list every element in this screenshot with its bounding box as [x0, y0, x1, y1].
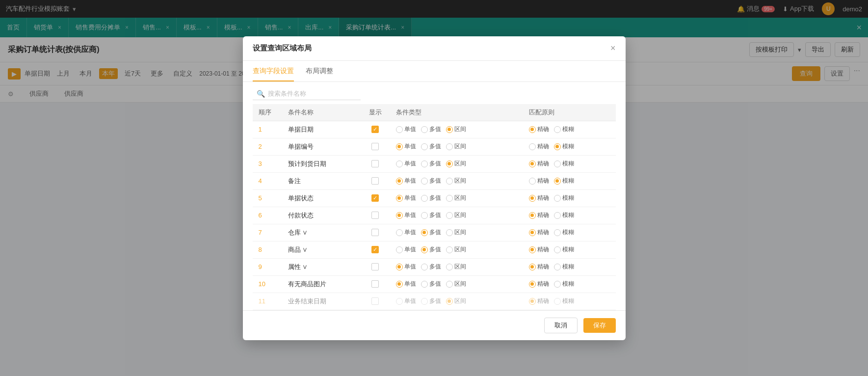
tab-layout-adjust[interactable]: 布局调整 [306, 67, 333, 81]
search-icon: 🔍 [257, 90, 265, 98]
modal-overlay: 设置查询区域布局 × 查询字段设置 布局调整 🔍 顺序 [0, 0, 868, 103]
tab-field-settings-label: 查询字段设置 [253, 67, 294, 75]
tab-field-settings[interactable]: 查询字段设置 [253, 67, 294, 81]
modal-close-button[interactable]: × [610, 43, 616, 54]
search-box: 🔍 [253, 88, 361, 100]
search-input[interactable] [268, 90, 346, 97]
settings-modal: 设置查询区域布局 × 查询字段设置 布局调整 🔍 顺序 [243, 36, 626, 103]
modal-header: 设置查询区域布局 × [243, 36, 626, 61]
tab-layout-adjust-label: 布局调整 [306, 67, 333, 75]
modal-search-area: 🔍 [243, 82, 626, 103]
modal-tabs: 查询字段设置 布局调整 [243, 61, 626, 82]
modal-title: 设置查询区域布局 [253, 44, 312, 53]
